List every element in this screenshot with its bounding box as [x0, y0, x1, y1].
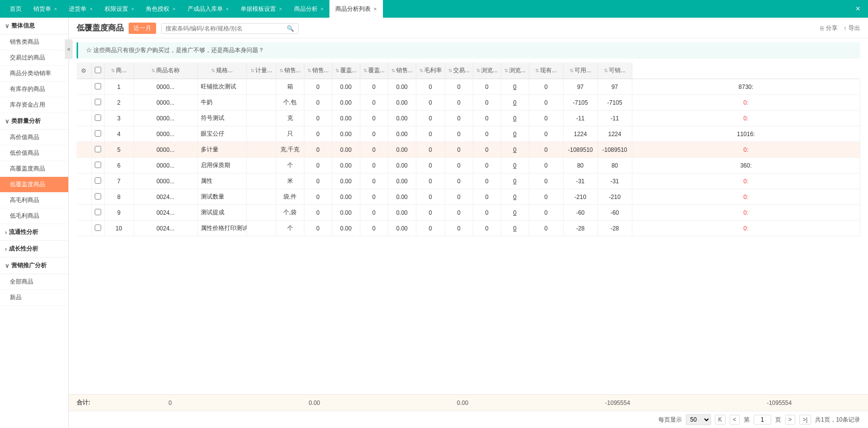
sidebar-item-stock-goods[interactable]: 有库存的商品	[0, 82, 68, 97]
row-spec	[246, 126, 276, 142]
row-coverage2: 0.00	[388, 158, 416, 173]
row-coverage1: 0	[360, 221, 388, 236]
row-checkbox[interactable]	[91, 189, 104, 205]
sidebar-section-cluster[interactable]: ∨ 类群量分析	[0, 113, 68, 130]
nav-permissions[interactable]: 权限设置 ×	[99, 0, 140, 18]
time-filter-button[interactable]: 近一月	[129, 23, 156, 34]
row-no: 1	[104, 79, 134, 95]
sidebar-item-category-rate[interactable]: 商品分类动销率	[0, 66, 68, 82]
nav-sales-order[interactable]: 销货单 ×	[27, 0, 63, 18]
sidebar-section-marketing[interactable]: ∨ 营销推广分析	[0, 257, 68, 274]
row-checkbox[interactable]	[91, 142, 104, 158]
col-spec[interactable]: ⇅规格...	[197, 62, 246, 79]
nav-purchase-order[interactable]: 进货单 ×	[63, 0, 98, 18]
row-checkbox[interactable]	[91, 173, 104, 189]
col-sales-qty[interactable]: ⇅销售...	[276, 62, 304, 79]
col-view1[interactable]: ⇅浏览...	[473, 62, 501, 79]
col-coverage1[interactable]: ⇅覆盖...	[332, 62, 360, 79]
row-spec	[246, 158, 276, 173]
table-row: 6 0000... 启用保质期 个 0 0.00 0 0.00 0 0 0 0 …	[77, 158, 860, 173]
last-page-button[interactable]: >|	[799, 415, 811, 425]
row-current: -31	[563, 173, 597, 189]
sidebar-item-high-margin[interactable]: 高毛利商品	[0, 193, 68, 208]
search-input[interactable]	[165, 25, 287, 32]
sidebar-section-overall[interactable]: ∨ 整体信息	[0, 18, 68, 34]
row-view1[interactable]: 0	[501, 79, 529, 95]
sidebar-item-low-margin[interactable]: 低毛利商品	[0, 208, 68, 224]
col-available[interactable]: ⇅可用...	[563, 62, 597, 79]
row-gross-rate: 0	[445, 221, 473, 236]
col-name[interactable]: ⇅商品名称	[134, 62, 197, 79]
sidebar-item-high-coverage[interactable]: 高覆盖度商品	[0, 161, 68, 177]
nav-home[interactable]: 首页	[4, 0, 27, 18]
row-sales-rate: 0	[416, 142, 445, 158]
nav-template-settings-close[interactable]: ×	[279, 6, 282, 12]
nav-product-analysis[interactable]: 商品分析 ×	[288, 0, 329, 18]
row-view1[interactable]: 0	[501, 111, 529, 126]
sidebar-item-sales-goods[interactable]: 销售类商品	[0, 34, 68, 50]
row-view1[interactable]: 0	[501, 126, 529, 142]
sidebar-section-flow[interactable]: › 流通性分析	[0, 224, 68, 241]
col-coverage2[interactable]: ⇅覆盖...	[360, 62, 388, 79]
row-view1[interactable]: 0	[501, 95, 529, 111]
export-button[interactable]: ↑ 导出	[843, 24, 860, 32]
sidebar-item-stock-capital[interactable]: 库存资金占用	[0, 97, 68, 113]
row-current: 97	[563, 79, 597, 95]
nav-role-auth[interactable]: 角色授权 ×	[140, 0, 181, 18]
row-checkbox[interactable]	[91, 221, 104, 236]
col-sales-rate[interactable]: ⇅销售...	[388, 62, 416, 79]
col-view2[interactable]: ⇅浏览...	[501, 62, 529, 79]
nav-product-analysis-list[interactable]: 商品分析列表 ×	[329, 0, 382, 18]
col-unit[interactable]: ⇅计量...	[246, 62, 276, 79]
nav-permissions-close[interactable]: ×	[131, 6, 134, 12]
page-number-input[interactable]	[754, 415, 771, 425]
col-trade[interactable]: ⇅交易...	[445, 62, 473, 79]
next-page-button[interactable]: >	[785, 415, 795, 425]
row-current: 80	[563, 158, 597, 173]
prev-page-button[interactable]: <	[730, 415, 740, 425]
sidebar-item-low-coverage[interactable]: 低覆盖度商品	[0, 177, 68, 193]
share-button[interactable]: ⎘ 分享	[820, 24, 838, 32]
row-view1[interactable]: 0	[501, 221, 529, 236]
row-view1[interactable]: 0	[501, 205, 529, 221]
col-sellable[interactable]: ⇅可销...	[597, 62, 632, 79]
nav-template-settings[interactable]: 单据模板设置 ×	[235, 0, 288, 18]
row-checkbox[interactable]	[91, 111, 104, 126]
gear-icon[interactable]: ⚙	[81, 67, 86, 74]
sidebar-section-growth[interactable]: › 成长性分析	[0, 241, 68, 257]
nav-role-auth-close[interactable]: ×	[172, 6, 175, 12]
row-view1[interactable]: 0	[501, 142, 529, 158]
sidebar-item-high-value[interactable]: 高价值商品	[0, 130, 68, 145]
row-spec	[246, 173, 276, 189]
row-checkbox[interactable]	[91, 205, 104, 221]
nav-product-warehouse-close[interactable]: ×	[226, 6, 229, 12]
row-view1[interactable]: 0	[501, 189, 529, 205]
sidebar-item-all-goods[interactable]: 全部商品	[0, 274, 68, 290]
col-sales-amt[interactable]: ⇅销售...	[304, 62, 332, 79]
row-checkbox[interactable]	[91, 79, 104, 95]
window-close-button[interactable]: ×	[852, 4, 864, 13]
row-view1[interactable]: 0	[501, 173, 529, 189]
col-code[interactable]: ⇅商...	[104, 62, 134, 79]
select-all-checkbox[interactable]	[95, 67, 101, 73]
sidebar-item-new-goods[interactable]: 新品	[0, 290, 68, 306]
sidebar-item-traded-goods[interactable]: 交易过的商品	[0, 50, 68, 66]
sidebar-item-low-value[interactable]: 低价值商品	[0, 145, 68, 161]
row-checkbox[interactable]	[91, 126, 104, 142]
nav-product-analysis-list-close[interactable]: ×	[374, 6, 377, 12]
row-view1[interactable]: 0	[501, 158, 529, 173]
row-coverage1: 0	[360, 126, 388, 142]
nav-purchase-order-close[interactable]: ×	[89, 6, 92, 12]
nav-product-analysis-close[interactable]: ×	[321, 6, 324, 12]
nav-sales-order-close[interactable]: ×	[54, 6, 57, 12]
sidebar-collapse-button[interactable]: «	[65, 39, 73, 59]
page-size-select[interactable]: 50 100 200	[686, 414, 711, 425]
col-gross-rate[interactable]: ⇅毛利率	[416, 62, 445, 79]
row-checkbox[interactable]	[91, 158, 104, 173]
col-current[interactable]: ⇅现有...	[529, 62, 563, 79]
row-available: -31	[597, 173, 632, 189]
nav-product-warehouse[interactable]: 产成品入库单 ×	[182, 0, 235, 18]
first-page-button[interactable]: K	[715, 415, 726, 425]
row-checkbox[interactable]	[91, 95, 104, 111]
row-trade: 0	[473, 221, 501, 236]
